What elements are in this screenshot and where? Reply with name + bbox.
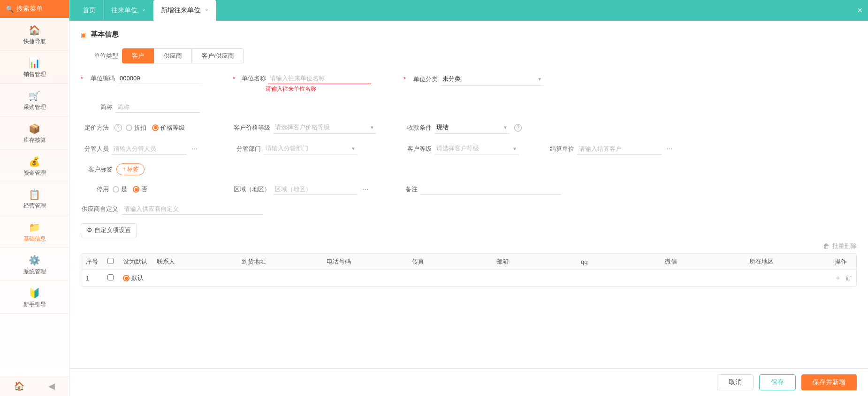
sidebar-label-purchase: 采购管理 bbox=[23, 103, 46, 111]
custom-settings-button[interactable]: ⚙ 自定义项设置 bbox=[81, 223, 137, 237]
disabled-yes-option[interactable]: 是 bbox=[113, 185, 127, 194]
finance-icon: 💰 bbox=[29, 156, 40, 167]
customer-level-select[interactable]: 请选择客户等级 ▼ bbox=[434, 142, 519, 155]
disabled-yes-radio bbox=[113, 186, 119, 193]
col-phone: 电话号码 bbox=[322, 254, 407, 270]
tab-bar-close-button[interactable]: × bbox=[857, 6, 862, 16]
inventory-icon: 📦 bbox=[29, 123, 40, 134]
unit-type-both-btn[interactable]: 客户/供应商 bbox=[192, 48, 244, 63]
footer: 取消 保存 保存并新增 bbox=[69, 368, 868, 396]
pricing-discount-label: 折扣 bbox=[134, 124, 146, 132]
manager-input[interactable] bbox=[112, 143, 187, 155]
supplier-custom-input[interactable] bbox=[122, 203, 263, 215]
required-mark-code: * bbox=[81, 75, 83, 82]
department-arrow-icon: ▼ bbox=[351, 146, 356, 151]
sidebar-item-inventory[interactable]: 📦 库存核算 bbox=[0, 116, 69, 149]
customer-price-level-select[interactable]: 请选择客户价格等级 ▼ bbox=[273, 121, 376, 134]
cell-address[interactable] bbox=[237, 270, 322, 287]
payment-terms-help-icon[interactable]: ? bbox=[514, 124, 522, 132]
select-all-checkbox[interactable] bbox=[107, 258, 114, 264]
unit-category-select[interactable]: 未分类 ▼ bbox=[441, 73, 544, 85]
disabled-group: 是 否 bbox=[113, 185, 147, 194]
payment-terms-arrow-icon: ▼ bbox=[503, 125, 508, 130]
cell-phone[interactable] bbox=[322, 270, 407, 287]
unit-type-group: 客户 供应商 客户/供应商 bbox=[122, 48, 244, 63]
region-table-input[interactable] bbox=[749, 275, 825, 282]
unit-type-label: 单位类型 bbox=[94, 52, 118, 59]
abbreviation-input[interactable] bbox=[115, 101, 200, 113]
sidebar-item-sales[interactable]: 📊 销售管理 bbox=[0, 51, 69, 84]
sidebar-item-system[interactable]: ⚙️ 系统管理 bbox=[0, 248, 69, 281]
sidebar-label-basic-info: 基础信息 bbox=[23, 235, 46, 243]
pricing-method-help-icon[interactable]: ? bbox=[114, 124, 122, 132]
sidebar-item-guide[interactable]: 🔰 新手引导 bbox=[0, 281, 69, 314]
tab-home-label: 首页 bbox=[83, 6, 96, 15]
default-radio-option[interactable]: 默认 bbox=[123, 274, 147, 282]
sidebar-item-basic-info[interactable]: 📁 基础信息 bbox=[0, 215, 69, 248]
cell-email[interactable] bbox=[492, 270, 576, 287]
qq-input[interactable] bbox=[581, 275, 655, 282]
address-input[interactable] bbox=[242, 275, 318, 282]
contacts-table: 序号 设为默认 联系人 到货地址 电话号码 传真 邮箱 qq 微信 所在地区 操… bbox=[81, 254, 856, 286]
cell-region[interactable] bbox=[745, 270, 830, 287]
pricing-discount-option[interactable]: 折扣 bbox=[126, 124, 146, 132]
col-default: 设为默认 bbox=[118, 254, 152, 270]
unit-code-input[interactable] bbox=[118, 73, 202, 84]
sidebar-item-quick-nav[interactable]: 🏠 快捷导航 bbox=[0, 18, 69, 51]
remark-input[interactable] bbox=[420, 184, 561, 195]
cell-qq[interactable] bbox=[576, 270, 660, 287]
cancel-button[interactable]: 取消 bbox=[717, 374, 754, 390]
wechat-input[interactable] bbox=[665, 275, 740, 282]
sidebar-label-sales: 销售管理 bbox=[23, 70, 46, 78]
settlement-unit-more-icon[interactable]: ··· bbox=[666, 145, 672, 153]
guide-icon: 🔰 bbox=[29, 287, 40, 299]
unit-type-supplier-btn[interactable]: 供应商 bbox=[154, 48, 192, 63]
phone-input[interactable] bbox=[327, 275, 403, 282]
add-row-button[interactable]: ＋ bbox=[835, 274, 841, 282]
contact-input[interactable] bbox=[157, 275, 232, 282]
sidebar-expand-icon[interactable]: ◀ bbox=[48, 381, 55, 391]
row-manager-dept: 分管人员 ··· 分管部门 请输入分管部门 ▼ 客户等级 请选择客户等级 ▼ bbox=[81, 142, 857, 155]
settlement-unit-input[interactable] bbox=[577, 143, 662, 155]
table-row: 1 默认 bbox=[81, 270, 856, 287]
tab-partners-close[interactable]: × bbox=[142, 7, 145, 14]
customer-price-level-placeholder: 请选择客户价格等级 bbox=[275, 123, 368, 132]
add-tag-button[interactable]: + 标签 bbox=[116, 163, 145, 175]
cell-fax[interactable] bbox=[407, 270, 492, 287]
save-button[interactable]: 保存 bbox=[759, 374, 796, 390]
region-input[interactable] bbox=[273, 184, 358, 195]
sidebar-home-icon[interactable]: 🏠 bbox=[14, 381, 24, 391]
save-and-new-button[interactable]: 保存并新增 bbox=[801, 374, 857, 390]
email-input[interactable] bbox=[496, 275, 571, 282]
batch-delete-label[interactable]: 批量删除 bbox=[832, 242, 857, 250]
col-qq: qq bbox=[576, 254, 660, 270]
sidebar-item-operations[interactable]: 📋 经营管理 bbox=[0, 182, 69, 215]
tab-home[interactable]: 首页 bbox=[75, 0, 104, 21]
pricing-level-option[interactable]: 价格等级 bbox=[152, 124, 185, 132]
tab-new-partner[interactable]: 新增往来单位 × bbox=[153, 0, 216, 21]
cell-row-actions: ＋ 🗑 bbox=[830, 270, 856, 287]
cell-seq: 1 bbox=[81, 270, 103, 287]
disabled-no-option[interactable]: 否 bbox=[133, 185, 147, 194]
pricing-level-radio bbox=[152, 124, 159, 131]
search-menu-button[interactable]: 🔍 搜索菜单 bbox=[0, 0, 69, 18]
payment-terms-select[interactable]: 现结 ▼ bbox=[434, 121, 510, 134]
department-select[interactable]: 请输入分管部门 ▼ bbox=[264, 142, 358, 155]
cell-wechat[interactable] bbox=[660, 270, 745, 287]
payment-terms-value: 现结 bbox=[436, 123, 501, 132]
delete-row-button[interactable]: 🗑 bbox=[845, 274, 852, 282]
row-checkbox[interactable] bbox=[107, 274, 114, 280]
tab-partners[interactable]: 往来单位 × bbox=[104, 0, 153, 21]
field-unit-code: * 单位编码 bbox=[81, 73, 221, 84]
unit-type-customer-btn[interactable]: 客户 bbox=[122, 48, 154, 63]
manager-more-icon[interactable]: ··· bbox=[191, 145, 198, 153]
customer-tag-label: 客户标签 bbox=[81, 165, 113, 174]
tab-new-partner-close[interactable]: × bbox=[205, 7, 208, 14]
sidebar-item-purchase[interactable]: 🛒 采购管理 bbox=[0, 84, 69, 116]
cell-contact[interactable] bbox=[152, 270, 237, 287]
batch-delete-icon: 🗑 bbox=[823, 242, 830, 250]
region-more-icon[interactable]: ··· bbox=[362, 185, 368, 194]
unit-name-input[interactable] bbox=[268, 73, 371, 84]
fax-input[interactable] bbox=[412, 275, 487, 282]
sidebar-item-finance[interactable]: 💰 资金管理 bbox=[0, 149, 69, 182]
